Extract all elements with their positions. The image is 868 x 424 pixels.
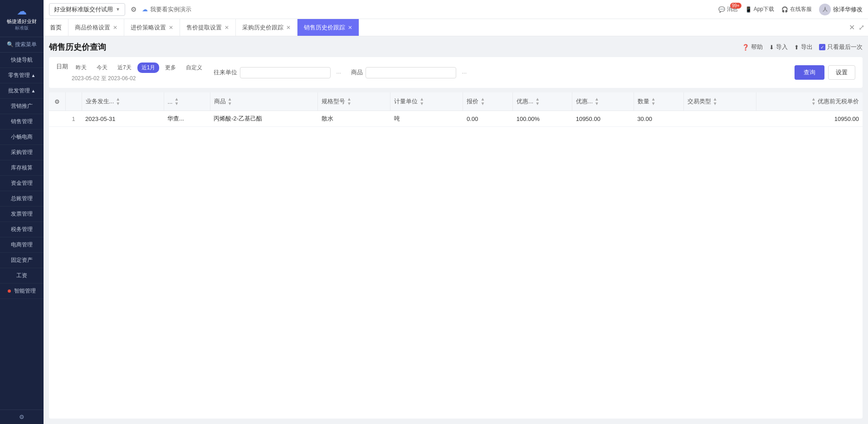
app-download-btn[interactable]: 📱 App下载 xyxy=(745,5,774,13)
sort-icon: ▲▼ xyxy=(713,97,717,106)
close-tab-btn[interactable]: ✕ xyxy=(849,23,855,32)
col-qty[interactable]: 数量 ▲▼ xyxy=(634,92,683,111)
search-menu-label: 搜索菜单 xyxy=(15,41,37,48)
tab-close-price-extract[interactable]: ✕ xyxy=(224,24,229,31)
sidebar-item-finance[interactable]: 资金管理 xyxy=(0,176,44,191)
tab-product-price[interactable]: 商品价格设置 ✕ xyxy=(68,19,124,36)
only-last-toggle[interactable]: ✓ 只看最后一次 xyxy=(819,43,863,51)
sales-label: 销售管理 xyxy=(11,118,33,125)
col-unit[interactable]: 计量单位 ▲▼ xyxy=(390,92,463,111)
expand-tab-btn[interactable]: ⤢ xyxy=(858,23,864,32)
settings-filter-btn[interactable]: 设置 xyxy=(828,65,855,80)
user-menu[interactable]: 人 徐泽华修改 xyxy=(819,4,863,15)
sidebar-item-retail[interactable]: 零售管理 ▲ xyxy=(0,68,44,83)
cell-num: 1 xyxy=(65,111,82,127)
col-discount2-label: 优惠... xyxy=(576,97,593,106)
indicator-dot xyxy=(8,289,11,293)
salary-label: 工资 xyxy=(16,272,27,279)
tab-purchase-history[interactable]: 采购历史价跟踪 ✕ xyxy=(236,19,297,36)
message-btn[interactable]: 💬 消息 99+ xyxy=(718,5,738,13)
invoice-label: 发票管理 xyxy=(11,211,33,217)
sidebar-settings[interactable]: ⚙ xyxy=(0,410,44,424)
tab-purchase-strategy[interactable]: 进价策略设置 ✕ xyxy=(124,19,180,36)
tab-close-sales-history[interactable]: ✕ xyxy=(348,24,352,31)
col-extra[interactable]: ... ▲▼ xyxy=(164,92,210,111)
sidebar-item-tax[interactable]: 税务管理 xyxy=(0,222,44,237)
sidebar-item-invoice[interactable]: 发票管理 xyxy=(0,207,44,222)
smart-label: 智能管理 xyxy=(14,288,36,294)
finance-label: 资金管理 xyxy=(11,180,33,186)
sidebar-item-inventory[interactable]: 库存核算 xyxy=(0,160,44,176)
app-download-label: App下载 xyxy=(754,5,774,13)
date-btns: 昨天 今天 近7天 近1月 更多 自定义 xyxy=(72,63,206,73)
sidebar-item-marketing[interactable]: 营销推广 xyxy=(0,99,44,114)
search-menu[interactable]: 🔍 搜索菜单 xyxy=(0,37,44,53)
tab-close-purchase-history[interactable]: ✕ xyxy=(286,24,291,31)
sidebar-item-ledger[interactable]: 总账管理 xyxy=(0,191,44,207)
tab-home[interactable]: 首页 xyxy=(44,19,68,36)
tab-product-price-label: 商品价格设置 xyxy=(75,24,110,32)
sidebar-item-purchase[interactable]: 采购管理 xyxy=(0,145,44,160)
sidebar-item-salary[interactable]: 工资 xyxy=(0,268,44,284)
sidebar-item-fixed-assets[interactable]: 固定资产 xyxy=(0,253,44,268)
date-today-btn[interactable]: 今天 xyxy=(93,63,112,73)
sort-icon: ▲▼ xyxy=(480,97,485,106)
sort-icon: ▲▼ xyxy=(116,97,120,106)
product-more-btn[interactable]: ··· xyxy=(459,68,469,77)
sidebar-item-quick-nav[interactable]: 快捷导航 xyxy=(0,53,44,68)
date-custom-btn[interactable]: 自定义 xyxy=(182,63,206,73)
tab-close-purchase-strategy[interactable]: ✕ xyxy=(169,24,173,31)
col-spec[interactable]: 规格型号 ▲▼ xyxy=(318,92,390,111)
cell-date: 2023-05-31 xyxy=(82,111,164,127)
col-discount1[interactable]: 优惠... ▲▼ xyxy=(513,92,572,111)
topbar-settings-btn[interactable]: ⚙ xyxy=(131,5,137,14)
tab-sales-history-label: 销售历史价跟踪 xyxy=(304,24,345,32)
workspace-selector[interactable]: 好业财标准版交付试用 ▼ xyxy=(49,3,125,16)
col-pretax-price[interactable]: ▲▼ 优惠前无税单价 xyxy=(756,92,863,111)
col-gear[interactable]: ⚙ xyxy=(49,92,65,111)
search-btn[interactable]: 查询 xyxy=(795,65,824,80)
online-service-btn[interactable]: 🎧 在线客服 xyxy=(781,5,812,13)
filter-row-1: 日期 昨天 今天 近7天 近1月 更多 自定义 2023-05-02 至 202… xyxy=(56,63,855,82)
notification-badge: 99+ xyxy=(730,3,741,9)
app-name: 畅捷通好业财 xyxy=(4,18,40,25)
sidebar-item-sales[interactable]: 销售管理 xyxy=(0,114,44,130)
sidebar-item-wholesale[interactable]: 批发管理 ▲ xyxy=(0,83,44,99)
export-btn[interactable]: ⬆ 导出 xyxy=(794,43,813,51)
tab-sales-history[interactable]: 销售历史价跟踪 ✕ xyxy=(297,19,359,36)
cell-price: 0.00 xyxy=(463,111,513,127)
sidebar-item-ecommerce-small[interactable]: 小畅电商 xyxy=(0,130,44,145)
retail-label: 零售管理 xyxy=(8,72,30,79)
sidebar-item-ecommerce[interactable]: 电商管理 xyxy=(0,237,44,253)
supplier-input[interactable] xyxy=(240,67,331,78)
cell-discount2: 10950.00 xyxy=(572,111,634,127)
import-btn[interactable]: ⬇ 导入 xyxy=(769,43,788,51)
supplier-more-btn[interactable]: ··· xyxy=(333,68,344,77)
user-name: 徐泽华修改 xyxy=(833,5,863,14)
date-yesterday-btn[interactable]: 昨天 xyxy=(72,63,91,73)
product-input[interactable] xyxy=(366,67,456,78)
main-area: 好业财标准版交付试用 ▼ ⚙ ☁ 我要看实例演示 💬 消息 99+ 📱 App下… xyxy=(44,0,868,424)
expand-icon: ▲ xyxy=(31,88,36,93)
col-pretax-price-label: 优惠前无税单价 xyxy=(818,97,859,106)
help-btn[interactable]: ❓ 帮助 xyxy=(742,43,763,51)
topbar-actions: 💬 消息 99+ 📱 App下载 🎧 在线客服 人 徐泽华修改 xyxy=(718,4,863,15)
col-trade-type[interactable]: 交易类型 ▲▼ xyxy=(683,92,756,111)
search-icon: 🔍 xyxy=(7,41,14,48)
demo-btn[interactable]: ☁ 我要看实例演示 xyxy=(142,5,191,14)
col-discount2[interactable]: 优惠... ▲▼ xyxy=(572,92,634,111)
tab-price-extract[interactable]: 售价提取设置 ✕ xyxy=(180,19,236,36)
col-date[interactable]: 业务发生... ▲▼ xyxy=(82,92,164,111)
col-product[interactable]: 商品 ▲▼ xyxy=(210,92,317,111)
sidebar-item-smart[interactable]: 智能管理 xyxy=(0,284,44,299)
sort-icon: ▲▼ xyxy=(347,97,351,106)
date-more-btn[interactable]: 更多 xyxy=(161,63,180,73)
expand-icon: ▲ xyxy=(31,73,36,78)
cloud-icon: ☁ xyxy=(142,6,148,13)
cell-spec: 散水 xyxy=(318,111,390,127)
tab-close-product-price[interactable]: ✕ xyxy=(113,24,117,31)
cell-discount1: 100.00% xyxy=(513,111,572,127)
date-last7-btn[interactable]: 近7天 xyxy=(113,63,136,73)
col-price[interactable]: 报价 ▲▼ xyxy=(463,92,513,111)
date-last1m-btn[interactable]: 近1月 xyxy=(137,63,160,73)
